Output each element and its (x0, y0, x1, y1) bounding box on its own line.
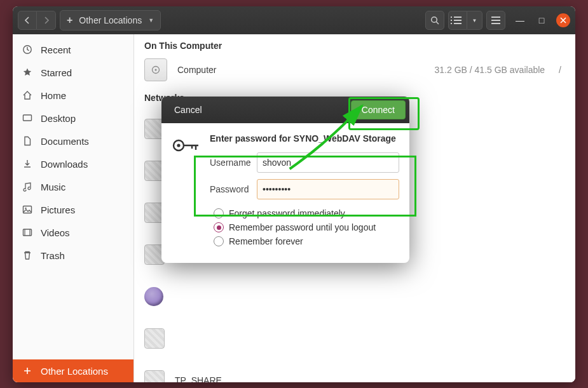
username-label: Username (210, 157, 257, 168)
view-options-button[interactable]: ▼ (467, 11, 482, 30)
search-button[interactable] (425, 11, 444, 30)
sidebar-item-documents[interactable]: Documents (13, 130, 133, 152)
titlebar: + Other Locations ▼ ▼ — □ (13, 6, 575, 34)
sidebar-item-label: Other Locations (41, 366, 108, 377)
sidebar-item-starred[interactable]: Starred (13, 61, 133, 84)
sidebar-item-downloads[interactable]: Downloads (13, 152, 133, 175)
chevron-left-icon (24, 17, 31, 24)
network-row[interactable] (134, 276, 575, 318)
plus-icon: + (67, 15, 72, 26)
back-button[interactable] (18, 11, 37, 30)
sidebar-item-home[interactable]: Home (13, 84, 133, 107)
network-row-tpshare[interactable]: TP_SHARE (134, 359, 575, 382)
svg-rect-2 (24, 115, 32, 121)
close-icon (560, 17, 566, 23)
svg-point-7 (155, 69, 157, 71)
nav-group (18, 11, 56, 30)
opt-remember-forever[interactable]: Remember forever (214, 236, 399, 246)
minimize-button[interactable]: — (513, 13, 527, 27)
network-globe-icon (144, 287, 163, 306)
svg-point-9 (177, 144, 180, 147)
server-icon (144, 370, 165, 382)
chevron-down-icon: ▼ (148, 17, 154, 23)
star-icon (22, 67, 33, 78)
maximize-button[interactable]: □ (535, 13, 549, 27)
music-icon (22, 181, 33, 192)
close-button[interactable] (556, 13, 570, 27)
sidebar: Recent Starred Home Desktop Documents Do… (13, 34, 134, 382)
sidebar-item-recent[interactable]: Recent (13, 38, 133, 61)
key-icon (172, 135, 201, 156)
sidebar-item-pictures[interactable]: Pictures (13, 198, 133, 221)
sidebar-item-videos[interactable]: Videos (13, 221, 133, 244)
computer-space: 31.2 GB / 41.5 GB available (435, 65, 545, 75)
sidebar-item-label: Music (41, 182, 65, 192)
menu-button[interactable] (486, 11, 505, 30)
clock-icon (22, 44, 33, 55)
list-view-button[interactable] (448, 11, 467, 30)
sidebar-item-desktop[interactable]: Desktop (13, 107, 133, 130)
computer-label: Computer (177, 65, 216, 75)
documents-icon (22, 135, 33, 147)
sidebar-item-label: Home (41, 90, 66, 101)
home-icon (22, 90, 33, 101)
opt-remember-logout[interactable]: Remember password until you logout (214, 222, 399, 232)
svg-point-4 (25, 208, 26, 209)
view-group: ▼ (448, 11, 482, 30)
list-icon (454, 17, 462, 24)
sidebar-item-label: Pictures (41, 204, 75, 215)
sidebar-item-label: Downloads (41, 159, 88, 170)
network-label: TP_SHARE (175, 375, 222, 382)
remember-options: Forget password immediately Remember pas… (214, 208, 399, 246)
hamburger-icon (491, 17, 500, 24)
radio-icon (214, 222, 224, 232)
plus-icon (22, 365, 33, 377)
opt-forget[interactable]: Forget password immediately (214, 208, 399, 218)
section-on-this-computer: On This Computer (134, 34, 575, 53)
password-label: Password (210, 184, 257, 194)
chevron-right-icon (43, 17, 50, 24)
location-bar[interactable]: + Other Locations ▼ (60, 10, 161, 30)
password-row: Password (210, 179, 399, 199)
password-input[interactable] (257, 179, 399, 199)
radio-icon (214, 236, 224, 246)
sidebar-item-label: Trash (41, 250, 65, 261)
drive-icon (144, 58, 167, 81)
network-row[interactable] (134, 318, 575, 359)
computer-row[interactable]: Computer 31.2 GB / 41.5 GB available / (134, 53, 575, 86)
desktop-icon (22, 112, 33, 124)
dialog-cancel-button[interactable]: Cancel (165, 101, 211, 119)
sidebar-item-music[interactable]: Music (13, 175, 133, 198)
search-icon (430, 16, 440, 25)
location-label: Other Locations (79, 15, 142, 25)
svg-point-0 (431, 17, 437, 22)
computer-path: / (559, 65, 561, 75)
sidebar-item-label: Documents (41, 136, 89, 147)
chevron-down-icon: ▼ (472, 18, 477, 23)
trash-icon (22, 250, 33, 261)
radio-icon (214, 208, 224, 218)
pictures-icon (22, 204, 33, 215)
videos-icon (22, 227, 33, 238)
sidebar-item-label: Recent (41, 44, 71, 55)
forward-button[interactable] (37, 11, 56, 30)
sidebar-item-label: Desktop (41, 113, 76, 124)
sidebar-item-label: Videos (41, 227, 70, 238)
downloads-icon (22, 158, 33, 170)
server-icon (144, 328, 165, 349)
sidebar-item-other-locations[interactable]: Other Locations (13, 359, 133, 382)
svg-rect-3 (24, 206, 32, 213)
sidebar-item-trash[interactable]: Trash (13, 244, 133, 267)
sidebar-item-label: Starred (41, 67, 72, 78)
